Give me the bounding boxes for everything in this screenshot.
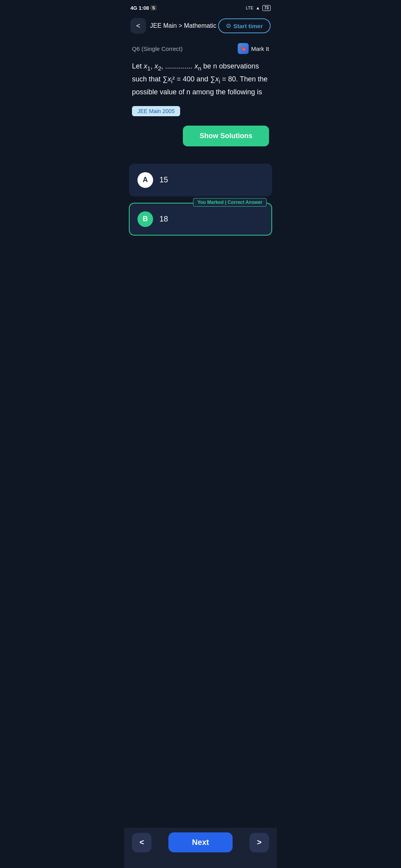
s-badge: S xyxy=(150,5,156,11)
option-a-label: A xyxy=(143,176,148,184)
correct-answer-label: You Marked | Correct Answer xyxy=(193,198,267,207)
option-b-value: 18 xyxy=(159,214,168,223)
question-text: Let x1, x2, .............. xn be n obser… xyxy=(132,60,269,98)
battery-indicator: 73 xyxy=(262,5,271,11)
timer-label: Start timer xyxy=(233,23,263,29)
back-icon: < xyxy=(136,22,141,30)
question-tag: JEE Main 2005 xyxy=(132,106,180,116)
question-label: Q6 (Single Correct) xyxy=(132,45,182,52)
option-a-card[interactable]: A 15 xyxy=(129,164,272,196)
mark-it-button[interactable]: 🔖 Mark It xyxy=(238,43,269,54)
header-left: < JEE Main > Mathematic xyxy=(130,18,216,34)
status-bar: 4G 1:08 S LTE ▲ 73 xyxy=(124,0,277,14)
signal-icon: 4G xyxy=(130,5,137,11)
lte-label: LTE xyxy=(246,5,253,10)
header: < JEE Main > Mathematic ⊙ Start timer xyxy=(124,14,277,40)
option-a-value: 15 xyxy=(159,175,168,184)
timer-icon: ⊙ xyxy=(226,22,231,29)
bookmark-icon: 🔖 xyxy=(238,43,249,54)
question-area: Q6 (Single Correct) 🔖 Mark It Let x1, x2… xyxy=(124,40,277,164)
time-display: 1:08 xyxy=(139,5,149,11)
show-solutions-container: Show Solutions xyxy=(132,126,269,146)
options-area: A 15 You Marked | Correct Answer B 18 xyxy=(124,164,277,236)
option-b-card[interactable]: You Marked | Correct Answer B 18 xyxy=(129,203,272,236)
mark-it-label: Mark It xyxy=(251,45,269,52)
status-right: LTE ▲ 73 xyxy=(246,5,271,11)
wifi-icon: ▲ xyxy=(256,5,260,10)
show-solutions-button[interactable]: Show Solutions xyxy=(183,126,269,146)
back-button[interactable]: < xyxy=(130,18,146,34)
option-b-label: B xyxy=(143,215,148,223)
status-left: 4G 1:08 S xyxy=(130,5,157,11)
question-meta: Q6 (Single Correct) 🔖 Mark It xyxy=(132,43,269,54)
option-b-badge: B xyxy=(137,211,153,227)
header-title: JEE Main > Mathematic xyxy=(150,22,216,29)
start-timer-button[interactable]: ⊙ Start timer xyxy=(218,18,271,33)
option-a-badge: A xyxy=(137,172,153,188)
